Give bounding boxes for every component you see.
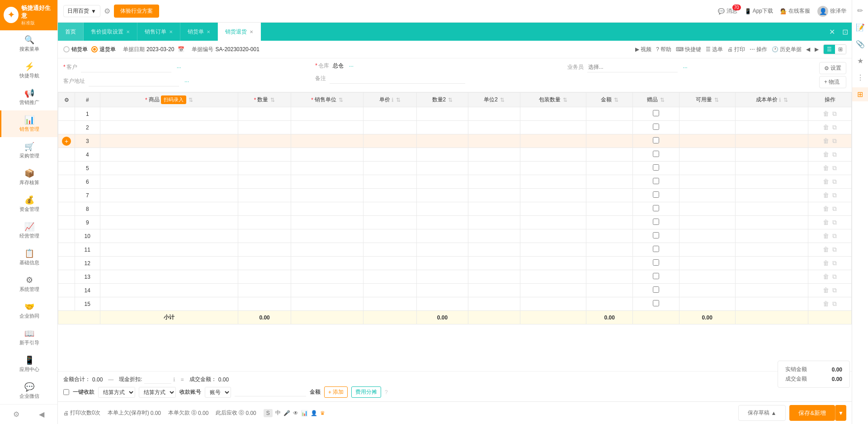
sidebar-item-app-center[interactable]: 📱 应用中心	[0, 351, 57, 377]
fenyong-btn[interactable]: 费用分摊	[351, 386, 381, 398]
gift-checkbox[interactable]	[653, 137, 659, 143]
gift-checkbox[interactable]	[653, 246, 659, 252]
customer-select-btn[interactable]: ···	[177, 64, 181, 71]
sidebar-item-search[interactable]: 🔍 搜索菜单	[0, 30, 57, 57]
delete-row-btn[interactable]: 🗑	[822, 191, 830, 200]
unit-price-info-icon[interactable]: ℹ	[392, 97, 394, 103]
copy-row-btn[interactable]: ⧉	[831, 191, 838, 200]
sidebar-item-sales-mgmt[interactable]: 📊 销售管理	[0, 110, 57, 137]
discount-info-icon[interactable]: ℹ	[173, 376, 175, 383]
copy-row-btn[interactable]: ⧉	[831, 163, 838, 173]
customer-input[interactable]	[81, 62, 171, 72]
sidebar-item-marketing[interactable]: 📢 营销推广	[0, 84, 57, 110]
person-icon[interactable]: 👤	[311, 410, 317, 416]
rp-note-btn[interactable]: 📝	[852, 20, 868, 34]
gift-checkbox[interactable]	[653, 178, 659, 184]
select-order-btn[interactable]: ☰ 选单	[706, 46, 723, 53]
help-btn[interactable]: ? 帮助	[656, 46, 671, 53]
crown-icon[interactable]: ♛	[320, 410, 325, 416]
copy-row-btn[interactable]: ⧉	[831, 231, 838, 241]
grid-view-btn[interactable]: ⊞	[835, 45, 846, 54]
qty-cell[interactable]	[238, 107, 291, 121]
th-settings[interactable]: ⚙	[58, 93, 75, 107]
calculation-method-select[interactable]: 结算方式	[139, 387, 176, 398]
delete-row-btn[interactable]: 🗑	[822, 150, 830, 159]
copy-row-btn[interactable]: ⧉	[831, 109, 838, 119]
address-input[interactable]	[89, 76, 179, 86]
user-menu[interactable]: 👤 徐泽华	[817, 6, 846, 17]
rp-edit-btn[interactable]: ✏	[852, 4, 868, 18]
warehouse-select-btn[interactable]: ···	[349, 63, 354, 69]
cost-sort-icon[interactable]: ⇅	[783, 97, 788, 103]
prev-record-btn[interactable]: ◀	[806, 46, 810, 52]
gift-checkbox[interactable]	[653, 286, 659, 293]
delete-row-btn[interactable]: 🗑	[822, 177, 830, 186]
unit2-cell[interactable]	[468, 107, 520, 121]
sidebar-item-system[interactable]: ⚙ 系统管理	[0, 271, 57, 297]
rp-star-btn[interactable]: ★	[852, 54, 868, 68]
tab-close-sales-return[interactable]: ✕	[250, 29, 253, 34]
settings-side-btn[interactable]: ⚙ 设置	[819, 62, 846, 74]
settlement-method-select[interactable]: 结算方式	[98, 387, 135, 398]
app-download-btn[interactable]: 📱 App下载	[745, 7, 773, 15]
list-view-btn[interactable]: ☰	[824, 45, 835, 54]
gift-checkbox[interactable]	[653, 273, 659, 279]
next-record-btn[interactable]: ▶	[815, 46, 819, 52]
gift-checkbox[interactable]	[653, 164, 659, 171]
avail-cell[interactable]	[679, 107, 735, 121]
gift-checkbox[interactable]	[653, 205, 659, 211]
amount-cell[interactable]	[586, 107, 633, 121]
scan-enter-btn[interactable]: 扫码录入	[161, 95, 186, 104]
delete-row-btn[interactable]: 🗑	[822, 136, 830, 145]
product-input[interactable]	[104, 138, 235, 144]
gift-checkbox[interactable]	[653, 151, 659, 157]
tab-home[interactable]: 首页	[58, 23, 84, 41]
copy-row-btn[interactable]: ⧉	[831, 286, 838, 295]
maximize-btn[interactable]: ⊡	[839, 23, 852, 41]
one-click-payment-checkbox[interactable]	[63, 389, 69, 395]
delete-row-btn[interactable]: 🗑	[822, 299, 830, 308]
tab-sales-delivery[interactable]: 销货单 ✕	[180, 23, 218, 41]
save-draft-btn[interactable]: 保存草稿 ▲	[738, 405, 786, 421]
tab-sales-order[interactable]: 销售订单 ✕	[137, 23, 180, 41]
sidebar-item-finance[interactable]: 💰 资金管理	[0, 191, 57, 217]
copy-row-btn[interactable]: ⧉	[831, 245, 838, 254]
gift-checkbox[interactable]	[653, 110, 659, 116]
save-new-dropdown-btn[interactable]: ▼	[835, 405, 846, 421]
industry-select[interactable]: 日用百货 ▼	[63, 5, 100, 17]
sidebar-item-purchase[interactable]: 🛒 采购管理	[0, 137, 57, 164]
message-btn[interactable]: 💬 消息 70	[718, 7, 737, 15]
rp-orange-panel-btn[interactable]: ⊞	[852, 87, 868, 101]
product-cell[interactable]	[100, 107, 238, 121]
gift-checkbox[interactable]	[653, 259, 659, 266]
delete-row-btn[interactable]: 🗑	[822, 286, 830, 295]
qty-sort-icon[interactable]: ⇅	[270, 97, 275, 103]
rp-more-btn[interactable]: ⋮	[852, 71, 868, 85]
delete-row-btn[interactable]: 🗑	[822, 163, 830, 172]
delete-row-btn[interactable]: 🗑	[822, 231, 830, 240]
shortcut-btn[interactable]: ⌨ 快捷键	[676, 46, 701, 53]
add-btn[interactable]: + + 添加 添加	[324, 386, 348, 398]
copy-row-btn[interactable]: ⧉	[831, 218, 838, 227]
delete-row-btn[interactable]: 🗑	[822, 258, 830, 267]
footer-help-icon[interactable]: ?	[385, 389, 388, 395]
sidebar-item-quick-nav[interactable]: ⚡ 快捷导航	[0, 57, 57, 84]
copy-row-btn[interactable]: ⧉	[831, 272, 838, 281]
video-btn[interactable]: ▶ 视频	[635, 46, 651, 53]
price-sort-icon[interactable]: ⇅	[396, 97, 401, 103]
delete-row-btn[interactable]: 🗑	[822, 109, 830, 118]
copy-row-btn[interactable]: ⧉	[831, 136, 838, 146]
sidebar-item-operation[interactable]: 📈 经营管理	[0, 217, 57, 244]
sidebar-item-basic-info[interactable]: 📋 基础信息	[0, 244, 57, 271]
zhong-icon[interactable]: 中	[275, 409, 281, 417]
mic-icon[interactable]: 🎤	[283, 410, 290, 416]
qty2-cell[interactable]	[416, 107, 468, 121]
gift-checkbox[interactable]	[653, 124, 659, 130]
copy-row-btn[interactable]: ⧉	[831, 150, 838, 159]
cost-cell[interactable]	[735, 107, 808, 121]
history-btn[interactable]: 🕐 历史单据	[772, 46, 802, 53]
delete-row-btn[interactable]: 🗑	[822, 272, 830, 281]
tab-sales-return[interactable]: 销货退货 ✕	[218, 23, 261, 41]
rp-clip-btn[interactable]: 📎	[852, 37, 868, 51]
avail-sort-icon[interactable]: ⇅	[714, 97, 719, 103]
